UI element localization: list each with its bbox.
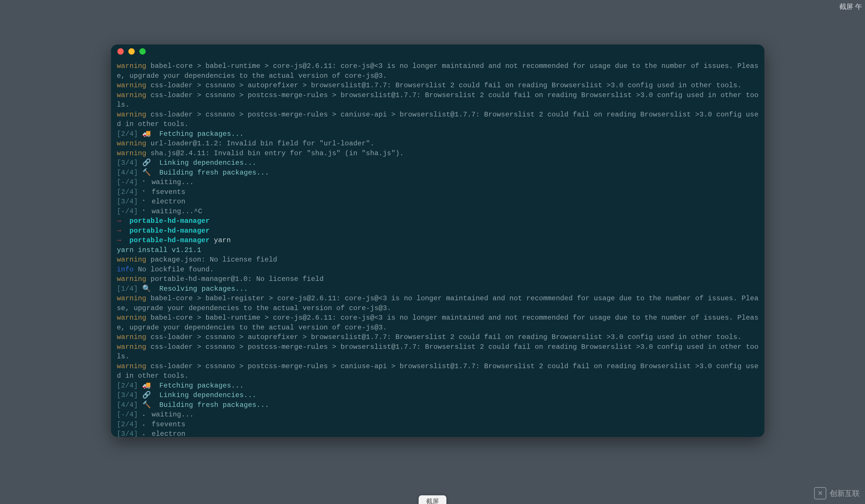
screenshot-pill[interactable]: 截屏 xyxy=(419,495,446,504)
terminal-segment: warning xyxy=(117,91,151,99)
terminal-segment: babel-core > babel-register > core-js@2.… xyxy=(117,294,759,312)
terminal-segment: portable-hd-manager xyxy=(129,227,210,235)
terminal-segment: css-loader > cssnano > postcss-merge-rul… xyxy=(117,343,759,361)
terminal-segment: [2/4] xyxy=(117,382,138,389)
terminal-line: → portable-hd-manager xyxy=(117,226,759,236)
terminal-segment: Linking dependencies... xyxy=(159,159,256,167)
terminal-segment: [-/4] xyxy=(117,178,138,186)
terminal-line: warning portable-hd-manager@1.0: No lice… xyxy=(117,274,759,284)
terminal-segment: [3/4] xyxy=(117,198,138,206)
terminal-line: info No lockfile found. xyxy=(117,265,759,274)
terminal-line: [3/4] ⠂ electron xyxy=(117,197,759,207)
terminal-segment: ⠄ fsevents xyxy=(138,421,185,428)
terminal-segment: [3/4] xyxy=(117,159,138,167)
terminal-segment: → xyxy=(117,227,129,235)
terminal-segment: ⠂ fsevents xyxy=(138,188,185,196)
watermark: ✕ 创新互联 xyxy=(814,487,860,500)
terminal-segment: [4/4] xyxy=(117,401,138,409)
terminal-segment: 🔨 xyxy=(138,401,159,409)
terminal-line: → portable-hd-manager yarn xyxy=(117,235,759,245)
terminal-segment: warning xyxy=(117,256,151,263)
terminal-segment: Linking dependencies... xyxy=(159,391,256,399)
terminal-line: warning url-loader@1.1.2: Invalid bin fi… xyxy=(117,139,759,149)
terminal-line: warning babel-core > babel-runtime > cor… xyxy=(117,313,759,332)
terminal-line: warning css-loader > cssnano > postcss-m… xyxy=(117,91,759,110)
terminal-segment: babel-core > babel-runtime > core-js@2.6… xyxy=(117,62,759,80)
terminal-segment: ⠂ waiting...^C xyxy=(138,208,203,215)
terminal-segment: [1/4] xyxy=(117,285,138,293)
terminal-line: [1/4] 🔍 Resolving packages... xyxy=(117,284,759,294)
terminal-line: warning css-loader > cssnano > postcss-m… xyxy=(117,110,759,129)
terminal-line: warning sha.js@2.4.11: Invalid bin entry… xyxy=(117,149,759,159)
minimize-icon[interactable] xyxy=(128,48,135,55)
terminal-line: warning css-loader > cssnano > autoprefi… xyxy=(117,332,759,342)
terminal-segment: babel-core > babel-runtime > core-js@2.6… xyxy=(117,314,759,331)
titlebar xyxy=(111,45,764,58)
terminal-segment: css-loader > cssnano > postcss-merge-rul… xyxy=(117,362,759,380)
terminal-segment: [3/4] xyxy=(117,391,138,399)
terminal-line: [-/4] ⠄ waiting... xyxy=(117,410,759,420)
terminal-segment: [-/4] xyxy=(117,411,138,419)
terminal-segment: No lockfile found. xyxy=(138,266,214,273)
terminal-segment: package.json: No license field xyxy=(151,256,277,263)
terminal-segment: css-loader > cssnano > postcss-merge-rul… xyxy=(117,111,759,128)
terminal-line: warning css-loader > cssnano > postcss-m… xyxy=(117,342,759,362)
terminal-segment: [2/4] xyxy=(117,421,138,428)
terminal-segment: [-/4] xyxy=(117,208,138,215)
terminal-line: [4/4] 🔨 Building fresh packages... xyxy=(117,400,759,410)
terminal-segment: warning xyxy=(117,314,151,321)
terminal-segment: css-loader > cssnano > autoprefixer > br… xyxy=(151,333,741,341)
terminal-segment: yarn install v1.21.1 xyxy=(117,246,201,254)
terminal-segment: 🔗 xyxy=(138,391,159,399)
terminal-line: warning babel-core > babel-register > co… xyxy=(117,294,759,313)
terminal-segment: 🚚 xyxy=(138,382,159,389)
terminal-segment: url-loader@1.1.2: Invalid bin field for … xyxy=(151,140,374,148)
terminal-segment: [2/4] xyxy=(117,130,138,138)
terminal-segment: 🔨 xyxy=(138,169,159,177)
watermark-logo-icon: ✕ xyxy=(814,487,826,500)
desktop: 截屏 午 warning babel-core > babel-runtime … xyxy=(0,0,865,504)
terminal-line: warning babel-core > babel-runtime > cor… xyxy=(117,61,759,81)
terminal-segment: 🚚 xyxy=(138,130,159,138)
terminal-line: warning css-loader > cssnano > postcss-m… xyxy=(117,362,759,381)
terminal-line: [2/4] 🚚 Fetching packages... xyxy=(117,129,759,139)
terminal-segment: ⠂ electron xyxy=(138,198,185,206)
terminal-line: warning css-loader > cssnano > autoprefi… xyxy=(117,81,759,91)
terminal-segment: warning xyxy=(117,82,151,89)
terminal-segment: [3/4] xyxy=(117,430,138,437)
terminal-line: [-/4] ⠂ waiting... xyxy=(117,177,759,187)
terminal-line: [3/4] 🔗 Linking dependencies... xyxy=(117,390,759,400)
terminal-segment: portable-hd-manager xyxy=(129,236,210,244)
terminal-line: [4/4] 🔨 Building fresh packages... xyxy=(117,168,759,178)
terminal-segment: portable-hd-manager xyxy=(129,217,210,225)
terminal-segment: ⠄ waiting... xyxy=(138,411,194,419)
terminal-line: → portable-hd-manager xyxy=(117,216,759,226)
close-icon[interactable] xyxy=(117,48,124,55)
terminal-segment: portable-hd-manager@1.0: No license fiel… xyxy=(151,275,324,283)
terminal-segment: ⠄ electron xyxy=(138,430,185,437)
terminal-segment: yarn xyxy=(210,236,231,244)
terminal-line: [3/4] ⠄ electron xyxy=(117,429,759,437)
terminal-output[interactable]: warning babel-core > babel-runtime > cor… xyxy=(111,58,764,437)
terminal-segment: css-loader > cssnano > autoprefixer > br… xyxy=(151,82,741,89)
terminal-segment: [4/4] xyxy=(117,169,138,177)
terminal-line: [3/4] 🔗 Linking dependencies... xyxy=(117,158,759,168)
terminal-segment: info xyxy=(117,266,138,273)
terminal-line: [2/4] ⠄ fsevents xyxy=(117,420,759,430)
terminal-line: [-/4] ⠂ waiting...^C xyxy=(117,207,759,216)
terminal-line: [2/4] ⠂ fsevents xyxy=(117,187,759,197)
terminal-segment: warning xyxy=(117,343,151,351)
terminal-segment: Fetching packages... xyxy=(159,382,244,389)
terminal-segment: Fetching packages... xyxy=(159,130,244,138)
terminal-segment: warning xyxy=(117,333,151,341)
zoom-icon[interactable] xyxy=(139,48,146,55)
terminal-segment: Resolving packages... xyxy=(159,285,248,293)
terminal-segment: warning xyxy=(117,362,151,370)
terminal-segment: warning xyxy=(117,62,151,70)
terminal-line: yarn install v1.21.1 xyxy=(117,245,759,255)
terminal-segment: [2/4] xyxy=(117,188,138,196)
terminal-segment: 🔗 xyxy=(138,159,159,167)
terminal-segment: warning xyxy=(117,111,151,118)
terminal-window[interactable]: warning babel-core > babel-runtime > cor… xyxy=(111,45,764,437)
terminal-segment: Building fresh packages... xyxy=(159,401,269,409)
